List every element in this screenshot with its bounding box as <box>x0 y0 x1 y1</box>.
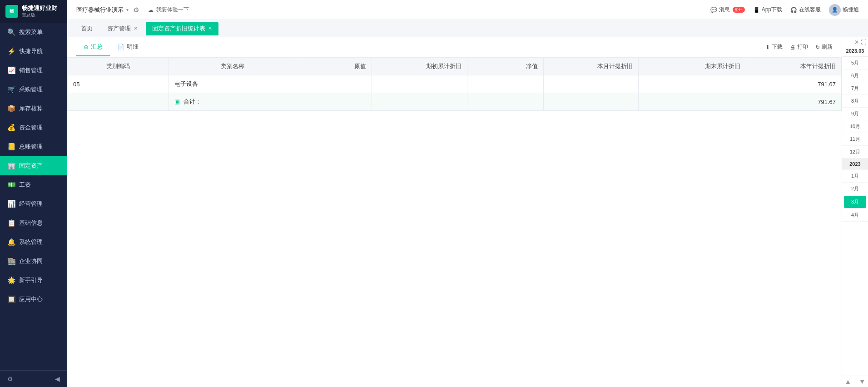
app-logo-icon: 畅 <box>5 5 18 18</box>
avatar: 👤 <box>829 4 841 16</box>
subtab-summary[interactable]: ⊕ 汇总 <box>76 38 110 56</box>
customer-service-label: 在线客服 <box>799 6 821 14</box>
calendar-close-button[interactable]: ✕ <box>854 39 859 45</box>
subtotal-month-dep <box>543 93 639 111</box>
subtab-detail-label: 明细 <box>127 43 139 51</box>
app-subtitle: 普及版 <box>22 12 57 18</box>
row-code: 05 <box>68 75 169 93</box>
search-icon: 🔍 <box>7 28 15 36</box>
quick-nav-icon: ⚡ <box>7 47 15 55</box>
sidebar-item-sales[interactable]: 📈 销售管理 <box>0 61 67 80</box>
tab-asset-mgmt-close-icon[interactable]: ✕ <box>134 25 138 31</box>
sidebar-item-quick-nav[interactable]: ⚡ 快捷导航 <box>0 42 67 61</box>
sidebar-item-operations[interactable]: 📊 经营管理 <box>0 194 67 213</box>
subtab-detail[interactable]: 📄 明细 <box>110 38 146 56</box>
subtotal-label-cell <box>68 93 169 111</box>
calendar-expand-button[interactable]: ⛶ <box>861 39 866 45</box>
company-selector[interactable]: 医疗器械行业演示 ▾ <box>76 6 129 14</box>
sidebar-item-label: 采购管理 <box>19 85 43 94</box>
print-label: 打印 <box>797 43 808 51</box>
sidebar-item-basic-info[interactable]: 📋 基础信息 <box>0 213 67 233</box>
inventory-icon: 📦 <box>7 104 15 113</box>
calendar-next-button[interactable]: ▼ <box>859 378 865 385</box>
messages-label: 消息 <box>719 6 730 14</box>
sidebar-item-label: 固定资产 <box>19 162 43 170</box>
experience-button[interactable]: ☁ 我要体验一下 <box>148 6 189 14</box>
subtotal-period-accum <box>639 93 746 111</box>
sidebar-item-label: 应用中心 <box>19 295 43 303</box>
sidebar-title-block: 畅捷通好业财 普及版 <box>22 5 57 18</box>
sidebar-item-ledger[interactable]: 📒 总账管理 <box>0 137 67 156</box>
sales-icon: 📈 <box>7 66 15 74</box>
calendar-month[interactable]: 4月 <box>842 209 868 222</box>
sidebar-item-fixed-assets[interactable]: 🏢 固定资产 <box>0 156 67 175</box>
sidebar-nav: 🔍 搜索菜单 ⚡ 快捷导航 📈 销售管理 🛒 采购管理 📦 库存核算 💰 资金管… <box>0 23 67 370</box>
sidebar-item-system[interactable]: 🔔 系统管理 <box>0 233 67 252</box>
calendar-prev-button[interactable]: ▲ <box>845 378 851 385</box>
sidebar-item-purchase[interactable]: 🛒 采购管理 <box>0 80 67 99</box>
print-button[interactable]: 🖨 打印 <box>790 43 808 51</box>
app-download-button[interactable]: 📱 App下载 <box>753 6 782 14</box>
sidebar-item-guide[interactable]: 🌟 新手引导 <box>0 271 67 290</box>
app-download-icon: 📱 <box>753 7 760 13</box>
sidebar-item-search[interactable]: 🔍 搜索菜单 <box>0 23 67 42</box>
tab-asset-mgmt[interactable]: 资产管理 ✕ <box>101 22 144 35</box>
calendar-month[interactable]: 12月 <box>842 146 868 159</box>
calendar-month[interactable]: 11月 <box>842 133 868 146</box>
sidebar-item-label: 搜索菜单 <box>19 28 43 36</box>
calendar-month[interactable]: 6月 <box>842 69 868 82</box>
row-accum-dep <box>372 75 467 93</box>
calendar-month-current[interactable]: 3月 <box>844 196 866 208</box>
download-button[interactable]: ⬇ 下载 <box>765 43 783 51</box>
fixed-assets-icon: 🏢 <box>7 162 15 170</box>
payroll-icon: 💵 <box>7 181 15 189</box>
calendar-month[interactable]: 9月 <box>842 108 868 120</box>
sidebar-item-payroll[interactable]: 💵 工资 <box>0 175 67 194</box>
content-main: ⊕ 汇总 📄 明细 ⬇ 下载 🖨 打印 <box>67 37 842 387</box>
download-icon: ⬇ <box>765 44 770 50</box>
settings-icon[interactable]: ⚙ <box>7 375 13 382</box>
calendar-top-buttons: ✕ ⛶ <box>842 37 868 45</box>
tab-fixed-dep[interactable]: 固定资产折旧统计表 ✕ <box>146 22 218 35</box>
depreciation-table: 类别编码 类别名称 原值 期初累计折旧 净值 本月计提折旧 期末累计折旧 本年计… <box>67 57 842 111</box>
row-year-dep: 791.67 <box>746 75 842 93</box>
sidebar-item-label: 工资 <box>19 181 31 189</box>
sidebar-item-funds[interactable]: 💰 资金管理 <box>0 118 67 137</box>
calendar-month[interactable]: 2月 <box>842 183 868 195</box>
settings-gear-icon[interactable]: ⚙ <box>133 6 139 14</box>
collapse-icon[interactable]: ◀ <box>55 375 60 382</box>
calendar-month[interactable]: 5月 <box>842 57 868 69</box>
sidebar-item-label: 库存核算 <box>19 104 43 113</box>
row-net <box>467 75 543 93</box>
messages-badge: 99+ <box>733 7 745 13</box>
calendar-month[interactable]: 7月 <box>842 82 868 95</box>
sidebar-item-label: 企业协同 <box>19 257 43 265</box>
funds-icon: 💰 <box>7 124 15 132</box>
guide-icon: 🌟 <box>7 276 15 284</box>
calendar-month[interactable]: 10月 <box>842 120 868 133</box>
user-profile[interactable]: 👤 畅捷通 <box>829 4 859 16</box>
purchase-icon: 🛒 <box>7 85 15 94</box>
sidebar-item-enterprise[interactable]: 🏬 企业协同 <box>0 252 67 271</box>
refresh-icon: ↻ <box>815 44 820 50</box>
sidebar-item-app-center[interactable]: 🔲 应用中心 <box>0 290 67 309</box>
company-name: 医疗器械行业演示 <box>76 6 124 14</box>
calendar-month[interactable]: 8月 <box>842 95 868 108</box>
col-header-code: 类别编码 <box>68 58 169 75</box>
calendar-month[interactable]: 1月 <box>842 170 868 183</box>
experience-label: 我要体验一下 <box>156 6 189 14</box>
tab-fixed-dep-close-icon[interactable]: ✕ <box>208 25 212 31</box>
subtotal-row: ▣ 合计： 791.67 <box>68 93 842 111</box>
tab-home[interactable]: 首页 <box>74 22 99 35</box>
system-icon: 🔔 <box>7 238 15 246</box>
refresh-button[interactable]: ↻ 刷新 <box>815 43 833 51</box>
tab-asset-mgmt-label: 资产管理 <box>107 25 131 33</box>
messages-icon: 💬 <box>710 7 717 13</box>
messages-button[interactable]: 💬 消息 99+ <box>710 6 745 14</box>
col-header-name: 类别名称 <box>169 58 296 75</box>
sidebar-item-inventory[interactable]: 📦 库存核算 <box>0 99 67 118</box>
subtotal-icon: ▣ <box>174 98 180 105</box>
calendar-header: 2023.03 <box>842 45 868 57</box>
subtotal-year-dep: 791.67 <box>746 93 842 111</box>
customer-service-button[interactable]: 🎧 在线客服 <box>790 6 821 14</box>
